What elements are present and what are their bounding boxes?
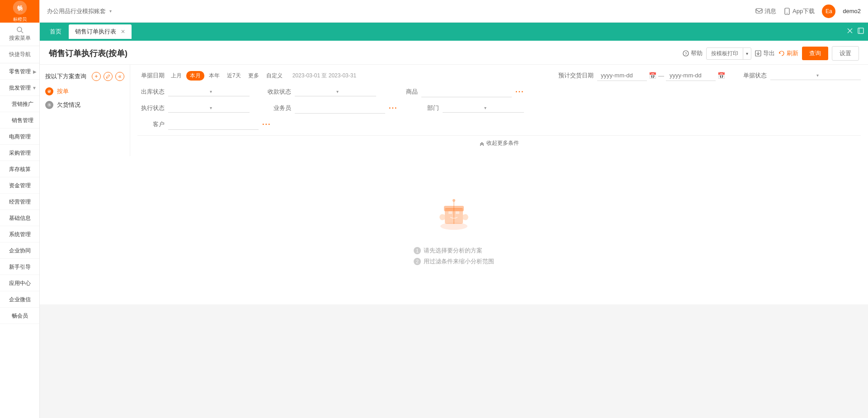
content-area: 销售订单执行表(按单) ? 帮助 按模板打印 ▾ 导出 (40, 41, 868, 418)
print-btn[interactable]: 按模板打印 ▾ (706, 48, 751, 60)
tab-close-all-btn[interactable] (846, 27, 854, 36)
sidebar-item-marketing[interactable]: 营销推广 (0, 96, 39, 112)
outbound-status-select[interactable]: ▾ (168, 87, 250, 96)
message-btn[interactable]: 消息 (755, 7, 776, 15)
inventory-label: 库存核算 (9, 166, 31, 173)
customer-more-icon[interactable]: ··· (262, 120, 271, 128)
filter-row-3: 执行状态 ▾ 业务员 ··· (137, 103, 861, 114)
apps-label: 应用中心 (9, 280, 31, 287)
sidebar-quick-nav[interactable]: 快捷导航 (0, 46, 39, 63)
expand-icon (857, 27, 864, 34)
salesperson-more-icon[interactable]: ··· (389, 104, 397, 112)
user-avatar[interactable]: Ea (822, 5, 835, 18)
sidebar-item-system[interactable]: 系统管理 (0, 226, 39, 242)
sidebar-item-inventory[interactable]: 库存核算 (0, 161, 39, 177)
tab-home-label: 首页 (50, 28, 61, 36)
svg-rect-26 (456, 211, 459, 214)
sidebar-item-retail[interactable]: 零售管理 ▶ (0, 63, 39, 80)
sidebar-item-operations[interactable]: 经营管理 (0, 194, 39, 210)
outbound-caret: ▾ (210, 89, 246, 94)
doc-date-field: 单据日期 上月 本月 本年 近7天 更多 自定义 (137, 71, 285, 81)
salesperson-field: 业务员 ··· (264, 103, 397, 114)
collapse-btn[interactable]: 收起更多条件 (479, 139, 519, 147)
sidebar-item-wechat[interactable]: 企业微信 (0, 291, 39, 308)
sidebar-item-purchase[interactable]: 采购管理 (0, 145, 39, 161)
filter-row-2: 出库状态 ▾ 收款状态 ▾ (137, 86, 861, 97)
tab-close-icon[interactable]: ✕ (121, 28, 125, 35)
product-field: 商品 ··· (391, 86, 524, 97)
user-name: demo2 (843, 8, 861, 14)
query-btn[interactable]: 查询 (802, 47, 828, 60)
print-label[interactable]: 按模板打印 (707, 48, 743, 59)
filter-left-header: 按以下方案查询 + « (40, 70, 130, 85)
doc-status-select[interactable]: ▾ (770, 71, 861, 80)
expected-date-field: 预计交货日期 📅 — 📅 (558, 70, 725, 81)
page-container: 销售订单执行表(按单) ? 帮助 按模板打印 ▾ 导出 (40, 41, 868, 304)
operations-label: 经营管理 (9, 198, 31, 206)
sidebar-item-sales[interactable]: 销售管理 (0, 112, 39, 128)
wholesale-label: 批发管理 (9, 84, 31, 92)
app-logo: 畅 标橙贝 (0, 0, 39, 23)
svg-rect-4 (756, 9, 762, 13)
salesperson-input[interactable] (295, 103, 385, 114)
date-tab-7days[interactable]: 近7天 (224, 71, 244, 81)
exec-status-select[interactable]: ▾ (168, 104, 250, 113)
tab-expand-btn[interactable] (857, 27, 864, 36)
collapse-icon (479, 141, 485, 146)
settings-btn[interactable]: 设置 (832, 46, 859, 61)
empty-tips: 1 请先选择要分析的方案 2 用过滤条件来缩小分析范围 (414, 247, 494, 268)
sidebar-item-newbie[interactable]: 新手引导 (0, 259, 39, 275)
date-separator: — (658, 72, 664, 79)
date-tab-this-month[interactable]: 本月 (186, 71, 204, 81)
payment-caret: ▾ (336, 89, 373, 94)
calendar-from-icon[interactable]: 📅 (649, 72, 656, 79)
scheme-item-by-order[interactable]: 按单 (40, 85, 130, 98)
sidebar-item-collab[interactable]: 企业协同 (0, 242, 39, 259)
outbound-status-field: 出库状态 ▾ (137, 87, 250, 96)
message-icon (755, 8, 763, 15)
sidebar-item-finance[interactable]: 资金管理 (0, 177, 39, 194)
date-tab-more[interactable]: 更多 (245, 71, 262, 81)
top-header-left: 办公用品行业模拟账套 ▾ (47, 7, 112, 15)
expected-date-from[interactable] (597, 70, 647, 81)
customer-field: 客户 ··· (137, 119, 271, 130)
sidebar-item-basics[interactable]: 基础信息 (0, 210, 39, 226)
payment-status-select[interactable]: ▾ (295, 87, 376, 96)
date-tabs: 上月 本月 本年 近7天 更多 自定义 (168, 71, 285, 81)
tab-sales-order[interactable]: 销售订单执行表 ✕ (69, 24, 132, 39)
member-label: 畅会员 (12, 312, 28, 320)
date-tab-custom[interactable]: 自定义 (264, 71, 285, 81)
svg-point-16 (47, 90, 51, 93)
date-tab-this-year[interactable]: 本年 (206, 71, 222, 81)
department-select[interactable]: ▾ (443, 104, 524, 113)
expected-date-to[interactable] (666, 70, 716, 81)
sidebar-item-ecommerce[interactable]: 电商管理 (0, 128, 39, 145)
sidebar-item-wholesale[interactable]: 批发管理 ▼ (0, 80, 39, 96)
app-name-dropdown-icon[interactable]: ▾ (109, 9, 112, 14)
tab-home[interactable]: 首页 (43, 24, 68, 39)
refresh-btn[interactable]: 刷新 (778, 49, 798, 57)
sidebar-search-item[interactable]: 搜索菜单 (0, 23, 39, 46)
collapse-panel-btn[interactable]: « (115, 72, 124, 81)
add-scheme-btn[interactable]: + (92, 72, 101, 81)
calendar-to-icon[interactable]: 📅 (717, 72, 725, 79)
edit-scheme-btn[interactable] (104, 72, 113, 81)
print-dropdown-icon[interactable]: ▾ (743, 49, 751, 58)
customer-input[interactable] (168, 119, 259, 130)
payment-status-label: 收款状态 (264, 88, 291, 96)
sidebar-item-apps[interactable]: 应用中心 (0, 275, 39, 291)
sidebar-item-member[interactable]: 畅会员 (0, 308, 39, 324)
page-title: 销售订单执行表(按单) (49, 48, 127, 59)
logo-text: 标橙贝 (13, 16, 27, 23)
scheme-icon-order (45, 87, 53, 95)
date-tab-last-month[interactable]: 上月 (168, 71, 184, 81)
product-input[interactable] (421, 86, 512, 97)
app-download-btn[interactable]: App下载 (783, 7, 815, 15)
scheme-icon-shortage (45, 101, 53, 109)
help-btn[interactable]: ? 帮助 (683, 49, 703, 57)
scheme-item-shortage[interactable]: 欠货情况 (40, 98, 130, 112)
export-btn[interactable]: 导出 (755, 49, 775, 57)
product-more-icon[interactable]: ··· (515, 88, 524, 96)
top-header-right: 消息 App下载 Ea demo2 (755, 5, 861, 18)
outbound-status-label: 出库状态 (137, 88, 165, 96)
